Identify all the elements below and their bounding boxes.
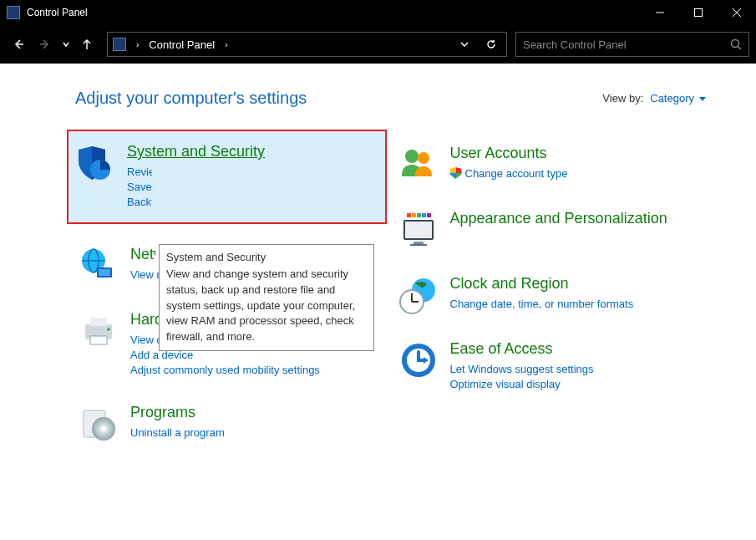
breadcrumb-control-panel[interactable]: Control Panel [149, 38, 215, 51]
category-title-network[interactable]: Network and Internet [130, 246, 155, 263]
globe-network-icon [79, 246, 119, 286]
link-change-account-type[interactable]: Change account type [450, 167, 703, 180]
page-title: Adjust your computer's settings [75, 89, 602, 108]
svg-rect-31 [417, 213, 421, 217]
svg-point-7 [732, 40, 739, 48]
printer-icon [79, 311, 119, 351]
chevron-right-icon[interactable]: › [225, 40, 227, 49]
disc-box-icon [79, 404, 119, 444]
minimize-button[interactable] [641, 0, 679, 25]
tooltip: System and Security View and change syst… [159, 244, 374, 351]
addressbar-icon [113, 38, 126, 51]
forward-button[interactable] [33, 33, 57, 56]
category-title-user-accounts[interactable]: User Accounts [450, 145, 547, 162]
svg-point-23 [405, 150, 419, 163]
category-ease-of-access[interactable]: Ease of Access Let Windows suggest setti… [395, 337, 707, 396]
svg-rect-33 [427, 213, 431, 217]
shield-icon [75, 143, 115, 183]
link-mobility-settings[interactable]: Adjust commonly used mobility settings [130, 364, 383, 376]
link-review-status[interactable]: Review your computer's status [127, 166, 152, 178]
monitor-colors-icon [398, 210, 439, 250]
category-user-accounts[interactable]: User Accounts Change account type [395, 141, 707, 188]
svg-rect-28 [410, 244, 427, 246]
category-title-appearance[interactable]: Appearance and Personalization [450, 210, 667, 227]
window-controls [641, 0, 756, 25]
category-appearance[interactable]: Appearance and Personalization [395, 206, 707, 253]
svg-line-8 [738, 47, 742, 50]
search-icon[interactable] [730, 38, 742, 50]
navbar: › Control Panel › [0, 25, 756, 64]
recent-locations-button[interactable] [60, 33, 72, 56]
link-change-date-time[interactable]: Change date, time, or number formats [450, 298, 703, 310]
link-windows-suggest[interactable]: Let Windows suggest settings [450, 363, 703, 375]
back-button[interactable] [7, 33, 30, 56]
addressbar-dropdown-button[interactable] [454, 34, 474, 54]
svg-rect-26 [405, 222, 432, 238]
link-optimize-display[interactable]: Optimize visual display [450, 378, 703, 390]
tooltip-title: System and Security [166, 250, 367, 266]
svg-rect-27 [414, 242, 424, 244]
window-title: Control Panel [27, 7, 641, 18]
category-title-ease-of-access[interactable]: Ease of Access [450, 340, 553, 358]
link-file-history[interactable]: Save backup copies of your files with Fi… [127, 181, 152, 193]
titlebar: Control Panel [0, 0, 756, 25]
svg-point-24 [418, 152, 429, 164]
header-row: Adjust your computer's settings View by:… [75, 89, 706, 108]
viewby-label: View by: [602, 92, 643, 104]
tooltip-body: View and change system and security stat… [166, 267, 367, 345]
search-input[interactable] [523, 38, 730, 51]
users-icon [398, 145, 439, 185]
svg-rect-29 [407, 213, 411, 217]
category-programs[interactable]: Programs Uninstall a program [75, 400, 387, 447]
chevron-right-icon[interactable]: › [136, 40, 139, 49]
category-title-clock[interactable]: Clock and Region [450, 275, 569, 293]
category-clock[interactable]: Clock and Region Change date, time, or n… [395, 272, 707, 318]
category-title-programs[interactable]: Programs [130, 404, 195, 421]
svg-rect-1 [695, 9, 703, 17]
refresh-button[interactable] [481, 34, 501, 54]
svg-rect-32 [422, 213, 426, 217]
viewby-dropdown[interactable]: Category [650, 92, 706, 104]
ease-of-access-icon [398, 340, 439, 380]
svg-rect-16 [90, 318, 107, 326]
svg-rect-30 [412, 213, 416, 217]
maximize-button[interactable] [679, 0, 718, 25]
address-bar[interactable]: › Control Panel › [107, 32, 507, 57]
svg-point-22 [101, 426, 106, 431]
category-title-system-security[interactable]: System and Security [127, 143, 265, 160]
link-uninstall-program[interactable]: Uninstall a program [130, 426, 383, 439]
svg-rect-14 [99, 269, 110, 276]
svg-rect-17 [90, 336, 107, 344]
app-icon [7, 6, 20, 19]
clock-globe-icon [398, 275, 439, 315]
link-backup-restore[interactable]: Backup and Restore (Windows 7) [127, 196, 152, 208]
svg-point-18 [107, 328, 110, 331]
category-system-security[interactable]: System and Security Review your computer… [67, 130, 387, 224]
search-bar[interactable] [515, 32, 749, 57]
right-column: User Accounts Change account type Appear… [395, 141, 707, 466]
content-area: Adjust your computer's settings View by:… [0, 64, 756, 491]
up-button[interactable] [75, 33, 99, 56]
close-button[interactable] [718, 0, 756, 25]
